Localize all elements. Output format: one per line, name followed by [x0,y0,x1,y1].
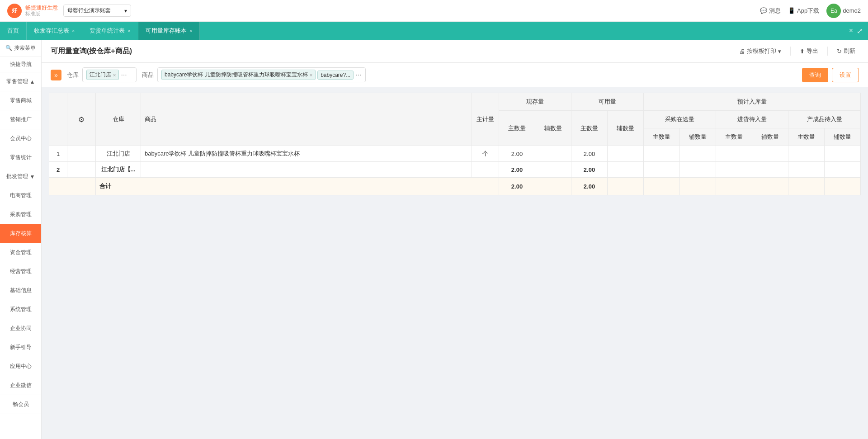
th-pt-aux: 辅数量 [680,128,716,146]
tab-close-receive-summary[interactable]: × [72,28,75,33]
sidebar-item-marketing[interactable]: 营销推广 [0,110,41,129]
th-purchase-transit: 采购在途量 [644,111,716,128]
sidebar-item-purchase-mgmt[interactable]: 采购管理 [0,205,41,224]
row2-warehouse: 江北门店【... [96,162,141,178]
total-pt-aux [680,178,716,195]
sidebar-item-enterprise-wechat[interactable]: 企业微信 [0,376,41,395]
filter-area: » 仓库 江北门店 × ··· 商品 babycare学饮杯 儿童防摔防撞吸管杯… [42,63,868,87]
sidebar-item-retail-stats[interactable]: 零售统计 [0,148,41,167]
row1-pp-main [716,146,752,162]
th-current-main: 主数量 [499,111,535,146]
export-btn[interactable]: ⬆ 导出 [796,45,822,57]
warehouse-label: 仓库 [67,71,79,79]
sidebar-item-operations-mgmt[interactable]: 经营管理 [0,262,41,281]
sidebar-item-member-center[interactable]: 会员中心 [0,129,41,148]
sidebar-item-enterprise-coop[interactable]: 企业协同 [0,319,41,338]
row2-seq: 2 [49,162,67,178]
top-bar-left: 好 畅捷通好生意 标准版 母婴行业演示账套 ▾ [7,4,131,18]
user-nav[interactable]: Ea demo2 [826,4,861,18]
chevron-down-icon-print: ▾ [778,48,781,55]
search-icon: 🔍 [5,45,12,51]
setting-button[interactable]: 设置 [832,68,859,82]
total-current-main: 2.00 [499,178,535,195]
sidebar-item-vip-member[interactable]: 畅会员 [0,395,41,414]
row2-prod-aux [825,162,861,178]
total-label: 合计 [96,178,499,195]
filter-warehouse-group: 仓库 江北门店 × ··· [67,67,137,82]
chevron-down-icon: ▾ [124,8,127,14]
row2-current-main: 2.00 [499,162,535,178]
tab-available-stock[interactable]: 可用量库存账本 × [138,22,200,40]
table-container: ⚙ 仓库 商品 主计量 现存量 可用量 预计入库量 主数量 辅数量 主数量 辅数… [42,87,868,439]
row1-avail-aux [608,146,644,162]
industry-selector[interactable]: 母婴行业演示账套 ▾ [63,5,131,17]
sidebar-item-ecommerce-mgmt[interactable]: 电商管理 [0,186,41,205]
product-tag1-close[interactable]: × [310,72,312,78]
tab-close-available-stock[interactable]: × [189,28,192,33]
filter-expand-btn[interactable]: » [51,70,61,80]
print-template-btn[interactable]: 🖨 按模板打印 ▾ [736,45,785,57]
logo-text: 畅捷通好生意 标准版 [25,5,58,17]
total-label-cell [49,178,96,195]
tab-receive-summary[interactable]: 收发存汇总表 × [27,22,82,40]
product-input[interactable]: babycare学饮杯 儿童防摔防撞吸管杯重力球吸嘴杯宝宝水杯 × babyca… [157,67,366,82]
row1-unit: 个 [472,146,499,162]
row1-prod-main [788,146,825,162]
sidebar-item-app-center[interactable]: 应用中心 [0,357,41,376]
row2-avail-main: 2.00 [571,162,608,178]
sidebar-item-inventory-check[interactable]: 库存核算 [0,224,41,243]
row2-gear [67,162,96,178]
sidebar-item-retail-mall[interactable]: 零售商城 [0,91,41,110]
warehouse-more[interactable]: ··· [121,71,127,79]
top-bar-right: 💬 消息 📱 App下载 Ea demo2 [760,4,861,18]
product-tag2: babycare?... [317,71,354,80]
sidebar-item-system-mgmt[interactable]: 系统管理 [0,300,41,319]
warehouse-input[interactable]: 江北门店 × ··· [82,67,137,82]
row1-pp-aux [752,146,788,162]
sidebar-item-retail-mgmt[interactable]: 零售管理 ▲ [0,72,41,91]
row2-unit [472,162,499,178]
data-table: ⚙ 仓库 商品 主计量 现存量 可用量 预计入库量 主数量 辅数量 主数量 辅数… [49,93,861,195]
total-pp-main [716,178,752,195]
tab-home[interactable]: 首页 [0,22,27,40]
product-more[interactable]: ··· [355,71,361,79]
th-expected-in: 预计入库量 [644,93,861,111]
query-button[interactable]: 查询 [802,68,828,82]
sidebar-item-wholesale-mgmt[interactable]: 批发管理 ▼ [0,167,41,186]
th-pp-main: 主数量 [716,128,752,146]
tab-bar-actions: × ⤢ [844,22,868,40]
row1-gear [67,146,96,162]
row2-pt-main [644,162,680,178]
row1-pt-aux [680,146,716,162]
tab-order-stats[interactable]: 要货单统计表 × [82,22,138,40]
th-gear[interactable]: ⚙ [67,93,96,146]
row1-warehouse: 江北门店 [96,146,141,162]
divider2 [827,47,828,56]
table-row: 2 江北门店【... 2.00 2.00 [49,162,861,178]
close-window-icon[interactable]: × [849,27,853,35]
row1-current-main: 2.00 [499,146,535,162]
message-icon: 💬 [760,7,767,14]
sidebar-item-basic-info[interactable]: 基础信息 [0,281,41,300]
message-nav[interactable]: 💬 消息 [760,7,781,15]
refresh-btn[interactable]: ↻ 刷新 [833,45,859,57]
print-icon: 🖨 [739,48,745,55]
app-download-nav[interactable]: 📱 App下载 [788,7,819,15]
maximize-window-icon[interactable]: ⤢ [857,27,863,35]
total-row: 合计 2.00 2.00 [49,178,861,195]
main-layout: 🔍 搜索菜单 快捷导航 零售管理 ▲ 零售商城 营销推广 会员中心 零售统计 批… [0,40,868,439]
th-seq [49,93,67,146]
filter-product-group: 商品 babycare学饮杯 儿童防摔防撞吸管杯重力球吸嘴杯宝宝水杯 × bab… [142,67,366,82]
row2-avail-aux [608,162,644,178]
row1-seq: 1 [49,146,67,162]
sidebar-quick-nav[interactable]: 快捷导航 [0,57,41,72]
refresh-icon: ↻ [837,48,842,55]
tab-close-order-stats[interactable]: × [127,28,130,33]
total-avail-aux [608,178,644,195]
page-title: 可用量查询(按仓库+商品) [51,47,132,56]
sidebar-item-new-guide[interactable]: 新手引导 [0,338,41,357]
sidebar-search[interactable]: 🔍 搜索菜单 [0,40,41,57]
warehouse-tag-close[interactable]: × [113,72,116,78]
th-avail-main: 主数量 [571,111,608,146]
sidebar-item-finance-mgmt[interactable]: 资金管理 [0,243,41,262]
